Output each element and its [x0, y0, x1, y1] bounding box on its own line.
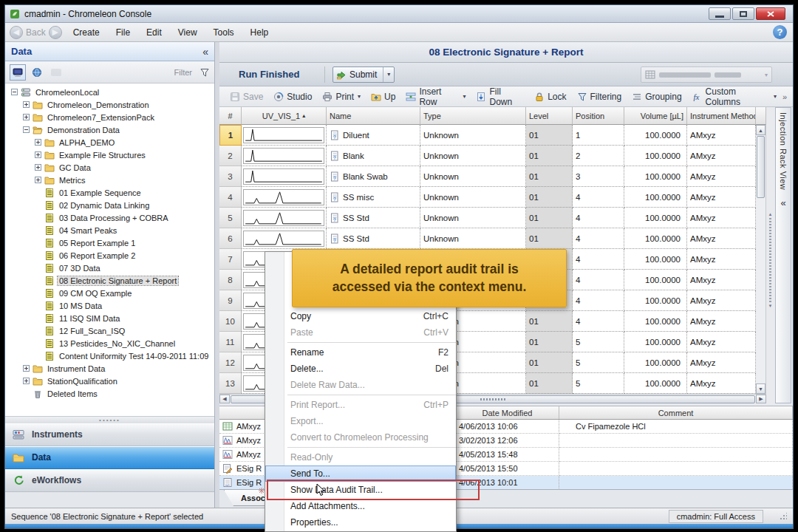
filter-icon[interactable] [200, 67, 210, 78]
tree-item[interactable]: ALPHA_DEMO [5, 136, 214, 149]
volume-cell[interactable]: 100.0000 [624, 290, 687, 311]
menu-item-properties-[interactable]: Properties... [265, 514, 456, 531]
level-cell[interactable]: 01 [526, 352, 573, 373]
instrument-method-cell[interactable]: AMxyz [687, 166, 756, 187]
name-cell[interactable]: ?Blank [327, 146, 420, 166]
instrument-method-cell[interactable]: AMxyz [687, 146, 756, 166]
scroll-thumb[interactable] [757, 136, 765, 198]
tree-item[interactable]: 04 Smart Peaks [5, 224, 214, 236]
tree-expander[interactable] [35, 139, 41, 146]
tree-item[interactable]: ChromeleonLocal [5, 86, 214, 98]
scroll-down-icon[interactable]: ▼ [756, 383, 765, 394]
type-cell[interactable]: Unknown [420, 228, 526, 249]
minimize-button[interactable] [709, 7, 731, 20]
tree-item[interactable]: 06 Report Example 2 [5, 249, 214, 262]
tree-expander[interactable] [23, 378, 30, 384]
submit-button[interactable]: Submit ▾ [332, 66, 395, 83]
menu-item-copy[interactable]: CopyCtrl+C [265, 308, 456, 324]
volume-cell[interactable]: 100.0000 [624, 373, 687, 394]
toolbar-studio[interactable]: Studio [269, 89, 316, 104]
instrument-method-cell[interactable]: AMxyz [687, 311, 756, 332]
position-cell[interactable]: 5 [573, 352, 624, 373]
tree-item[interactable]: Chromeleon7_ExtensionPack [5, 111, 214, 123]
tree-item[interactable]: Example File Structures [5, 149, 214, 161]
table-row[interactable]: 5?SS StdUnknown014100.0000AMxyz [219, 208, 756, 228]
tree-item[interactable]: 03 Data Processing + COBRA [5, 211, 214, 224]
row-number[interactable]: 3 [219, 166, 242, 187]
position-cell[interactable]: 1 [573, 125, 624, 146]
chromatogram-cell[interactable] [242, 208, 327, 228]
row-number[interactable]: 8 [219, 270, 242, 290]
toolbar-overflow-icon[interactable]: » [782, 92, 787, 101]
column-header--[interactable]: # [219, 107, 242, 125]
tree-item[interactable]: Chromeleon_Demonstration [5, 98, 214, 111]
table-row[interactable]: 4?SS miscUnknown014100.0000AMxyz [219, 187, 756, 208]
type-cell[interactable]: Unknown [420, 166, 526, 187]
assoc-comment-cell[interactable] [559, 448, 793, 462]
position-cell[interactable]: 4 [573, 187, 624, 208]
assoc-date-cell[interactable]: 4/05/2013 15:50 [456, 462, 559, 476]
assoc-comment-header[interactable]: Comment [559, 406, 793, 420]
column-header-level[interactable]: Level [526, 107, 573, 125]
volume-cell[interactable]: 100.0000 [624, 270, 687, 290]
toolbar-filtering[interactable]: Filtering [573, 89, 627, 104]
name-cell[interactable]: ?Diluent [327, 125, 420, 146]
volume-cell[interactable]: 100.0000 [624, 146, 687, 166]
level-cell[interactable]: 01 [526, 166, 573, 187]
chromatogram-cell[interactable] [242, 146, 327, 166]
strip-scrollbar[interactable]: ▲▼ [767, 212, 774, 308]
tree-item[interactable]: 07 3D Data [5, 262, 214, 274]
toolbar-insert-row[interactable]: Insert Row▾ [401, 84, 470, 109]
name-cell[interactable]: ?SS Std [327, 228, 420, 249]
type-cell[interactable]: Unknown [420, 125, 526, 146]
level-cell[interactable]: 01 [526, 187, 573, 208]
position-cell[interactable]: 4 [573, 249, 624, 270]
tree-item[interactable]: Metrics [5, 174, 214, 186]
volume-cell[interactable]: 100.0000 [624, 332, 687, 352]
level-cell[interactable]: 01 [526, 373, 573, 394]
tree-item[interactable]: Content Uniformity Test 14-09-2011 11:09 [5, 349, 214, 362]
assoc-comment-cell[interactable] [559, 476, 793, 490]
menu-create[interactable]: Create [65, 25, 108, 40]
tree-item[interactable]: 11 ISQ SIM Data [5, 312, 214, 324]
injection-rack-view-strip[interactable]: Injection Rack View « [775, 107, 791, 403]
position-cell[interactable]: 4 [573, 290, 624, 311]
volume-cell[interactable]: 100.0000 [624, 125, 687, 146]
instrument-method-cell[interactable]: AMxyz [687, 249, 756, 270]
tree-item[interactable]: 13 Pesticides_No_XIC_Channel [5, 337, 214, 349]
position-cell[interactable]: 4 [573, 270, 624, 290]
position-cell[interactable]: 5 [573, 332, 624, 352]
vertical-scrollbar[interactable]: ▲ ▼ [756, 125, 766, 394]
name-cell[interactable]: ?SS misc [327, 187, 420, 208]
column-header-instrument-method[interactable]: Instrument Method [687, 107, 756, 125]
collapse-panel-button[interactable]: « [202, 46, 208, 58]
menu-edit[interactable]: Edit [138, 25, 170, 40]
row-number[interactable]: 12 [219, 352, 242, 373]
tree-expander[interactable] [23, 365, 30, 372]
row-number[interactable]: 1 [219, 125, 242, 146]
assoc-comment-cell[interactable] [559, 462, 793, 476]
chevron-down-icon[interactable]: ▾ [774, 93, 777, 100]
menu-tools[interactable]: Tools [205, 25, 242, 40]
menu-view[interactable]: View [170, 25, 205, 40]
level-cell[interactable]: 01 [526, 208, 573, 228]
nav-splitter-handle[interactable]: •••••• [5, 416, 214, 423]
instrument-method-cell[interactable]: AMxyz [687, 187, 756, 208]
table-row[interactable]: 3?Blank SwabUnknown013100.0000AMxyz [219, 166, 756, 187]
expand-rack-view-button[interactable]: « [780, 197, 785, 208]
column-header-type[interactable]: Type [420, 107, 526, 125]
assoc-date-header[interactable]: Date Modified [456, 406, 559, 420]
chromatogram-cell[interactable] [242, 166, 327, 187]
tree-item[interactable]: Demonstration Data [5, 123, 214, 136]
menu-help[interactable]: Help [242, 25, 277, 40]
type-cell[interactable]: Unknown [420, 187, 526, 208]
level-cell[interactable]: 01 [526, 311, 573, 332]
type-cell[interactable]: Unknown [420, 208, 526, 228]
position-cell[interactable]: 3 [573, 166, 624, 187]
instrument-method-cell[interactable]: AMxyz [687, 270, 756, 290]
name-cell[interactable]: ?Blank Swab [327, 166, 420, 187]
row-number[interactable]: 4 [219, 187, 242, 208]
instrument-method-cell[interactable]: AMxyz [687, 228, 756, 249]
scroll-right-icon[interactable]: ▶ [756, 395, 766, 403]
chromatogram-cell[interactable] [242, 125, 327, 146]
